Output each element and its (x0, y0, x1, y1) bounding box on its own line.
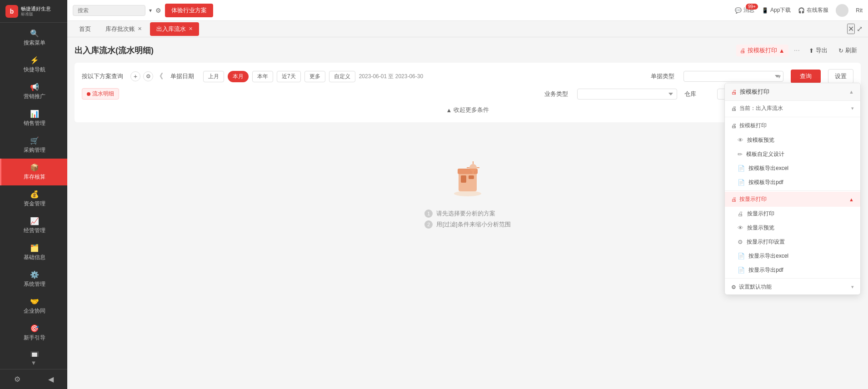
online-service-button[interactable]: 🎧 在线客服 (798, 6, 828, 14)
sidebar-icon-inventory: 📦 (30, 163, 39, 172)
date-btn-last7[interactable]: 近7天 (277, 71, 301, 82)
collapse-sidebar-icon[interactable]: ◀ (45, 373, 57, 385)
sidebar-label-marketing: 营销推广 (24, 93, 45, 100)
display-pdf-item[interactable]: 📄 按显示导出pdf (725, 263, 860, 277)
dropdown-current-row[interactable]: 🖨 当前：出入库流水 ▾ (725, 101, 860, 116)
tab-close-flowdetail[interactable]: ✕ (189, 26, 193, 32)
doc-type-more-icon[interactable]: ▾ (778, 73, 781, 80)
display-settings-icon: ⚙ (738, 239, 743, 245)
filter-add-button[interactable]: + (130, 71, 140, 81)
flow-detail-tag[interactable]: 流水明细 (82, 88, 119, 100)
sidebar-item-sales[interactable]: 📊销售管理 (0, 105, 67, 132)
biz-type-select[interactable] (577, 89, 677, 100)
sidebar-item-basic[interactable]: 🗂️基础信息 (0, 239, 67, 266)
app-download-label: App下载 (770, 6, 791, 14)
message-button[interactable]: 💬 消息 99+ (735, 6, 754, 14)
current-chevron-icon: ▾ (851, 105, 854, 111)
set-default-row[interactable]: ⚙ 设置默认功能 ▾ (725, 279, 860, 294)
topbar-right: 💬 消息 99+ 📱 App下载 🎧 在线客服 Rit (735, 4, 863, 17)
setting-button[interactable]: 设置 (828, 69, 853, 84)
sidebar-item-finance[interactable]: 💰资金管理 (0, 185, 67, 212)
dropdown-current-icon: 🖨 (731, 105, 737, 112)
message-icon: 💬 (735, 7, 742, 14)
date-filter: 上月本月本年近7天更多自定义2023-06-01 至 2023-06-30 (203, 71, 423, 82)
sidebar-icon-sales: 📊 (30, 110, 39, 118)
search-chevron-icon[interactable]: ▾ (149, 7, 152, 14)
filter-setting-button[interactable]: ⚙ (143, 71, 153, 81)
date-btn-current_month[interactable]: 本月 (228, 71, 249, 82)
template-excel-item[interactable]: 📄 按模板导出excel (725, 161, 860, 175)
sidebar-scroll-down[interactable]: ▼ (0, 357, 67, 369)
template-custom-item[interactable]: ✏ 模板自定义设计 (725, 147, 860, 161)
filter-row-top: 按以下方案查询 + ⚙ 《 单据日期 上月本月本年近7天更多自定义2023-06… (82, 69, 853, 84)
sidebar-item-search[interactable]: 🔍搜索菜单 (0, 25, 67, 51)
date-btn-custom[interactable]: 自定义 (329, 71, 355, 82)
sidebar-item-guide[interactable]: 🎯新手引导 (0, 319, 67, 346)
export-icon: ⬆ (809, 47, 814, 54)
sidebar-item-collab[interactable]: 🤝企业协同 (0, 293, 67, 319)
sidebar-item-operation[interactable]: 📈经营管理 (0, 212, 67, 239)
sidebar-item-marketing[interactable]: 📢营销推广 (0, 78, 67, 105)
empty-steps: 1 请先选择要分析的方案 2 用[过滤]条件来缩小分析范围 (424, 209, 510, 231)
settings-icon[interactable]: ⚙ (10, 373, 24, 385)
template-preview-item[interactable]: 👁 按模板预览 (725, 133, 860, 147)
search-input[interactable] (73, 5, 145, 16)
maximize-button[interactable]: ⤢ (857, 25, 863, 33)
tab-close-batch[interactable]: ✕ (138, 26, 142, 32)
svg-rect-3 (461, 175, 466, 183)
sidebar-item-purchase[interactable]: 🛒采购管理 (0, 132, 67, 159)
refresh-button[interactable]: ↻ 刷新 (835, 45, 861, 56)
filter-section-label: 按以下方案查询 (82, 72, 123, 80)
main-area: ▾ ⚙ 体验行业方案 💬 消息 99+ 📱 App下载 🎧 在线客服 Rit 首… (67, 0, 868, 389)
display-print-section-icon: 🖨 (731, 196, 737, 203)
user-avatar[interactable] (836, 4, 848, 17)
template-pdf-item[interactable]: 📄 按模板导出pdf (725, 175, 860, 190)
sidebar-item-inventory[interactable]: 📦库存核算 (0, 159, 67, 185)
printer-icon: 🖨 (740, 47, 746, 54)
sidebar-label-search: 搜索菜单 (24, 39, 45, 47)
sidebar-icon-operation: 📈 (30, 217, 39, 225)
display-settings-item[interactable]: ⚙ 按显示打印设置 (725, 235, 860, 249)
query-button[interactable]: 查询 (791, 70, 821, 83)
industry-solution-button[interactable]: 体验行业方案 (165, 4, 213, 17)
display-preview-icon: 👁 (738, 224, 743, 231)
set-default-icon: ⚙ (731, 284, 736, 290)
sidebar-icon-basic: 🗂️ (30, 244, 39, 252)
sidebar-nav: 🔍搜索菜单⚡快捷导航📢营销推广📊销售管理🛒采购管理📦库存核算💰资金管理📈经营管理… (0, 23, 67, 357)
date-btn-more[interactable]: 更多 (304, 71, 325, 82)
dropdown-chevron-up-icon[interactable]: ▲ (849, 89, 854, 95)
empty-illustration (445, 155, 490, 200)
tab-batch[interactable]: 库存批次账✕ (99, 22, 148, 36)
app-download-button[interactable]: 📱 App下载 (762, 6, 791, 14)
sidebar-item-system[interactable]: ⚙️系统管理 (0, 266, 67, 293)
template-print-header[interactable]: 🖨 按模板打印 (725, 118, 860, 133)
filter-collapse-button[interactable]: 《 (156, 72, 163, 81)
display-excel-item[interactable]: 📄 按显示导出excel (725, 249, 860, 263)
tab-home[interactable]: 首页 (73, 22, 97, 36)
sidebar-icon-search: 🔍 (30, 29, 39, 38)
settings-gear-icon[interactable]: ⚙ (155, 7, 161, 14)
sidebar-icon-shortcut: ⚡ (30, 56, 39, 65)
display-preview-item[interactable]: 👁 按显示预览 (725, 221, 860, 235)
tab-close-all-button[interactable]: ✕ (847, 24, 855, 34)
sidebar-label-sales: 销售管理 (24, 120, 45, 127)
export-button[interactable]: ⬆ 导出 (805, 45, 831, 56)
sidebar-label-collab: 企业协同 (24, 307, 45, 315)
display-print-header[interactable]: 🖨 按显示打印 ▲ (725, 192, 860, 207)
doc-type-select[interactable] (683, 71, 783, 82)
tab-flowdetail[interactable]: 出入库流水✕ (150, 22, 199, 36)
date-btn-last_month[interactable]: 上月 (203, 71, 224, 82)
sidebar-icon-finance: 💰 (30, 190, 39, 199)
biz-type-label: 业务类型 (544, 90, 570, 98)
display-print-item[interactable]: 🖨 按显示打印 (725, 207, 860, 221)
print-template-button[interactable]: 🖨 按模板打印 ▲ (736, 45, 788, 56)
sidebar-icon-collab: 🤝 (30, 297, 39, 306)
sidebar-item-apps[interactable]: 🔲应用中心 (0, 346, 67, 357)
sidebar-icon-system: ⚙️ (30, 270, 39, 279)
sidebar-item-shortcut[interactable]: ⚡快捷导航 (0, 51, 67, 78)
username-label[interactable]: Rit (856, 7, 863, 14)
display-section-chevron-icon[interactable]: ▲ (849, 197, 854, 202)
actions-ellipsis[interactable]: ··· (792, 45, 802, 55)
service-label: 在线客服 (807, 6, 828, 14)
date-btn-current_year[interactable]: 本年 (252, 71, 273, 82)
